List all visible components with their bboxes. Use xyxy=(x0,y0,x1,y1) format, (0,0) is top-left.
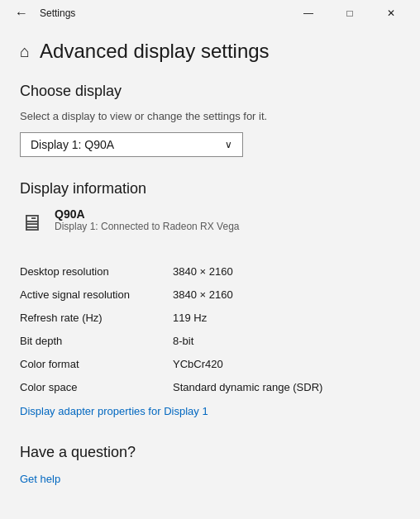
row-label: Desktop resolution xyxy=(20,260,173,283)
monitor-icon: 🖥 xyxy=(20,209,43,236)
table-row: Refresh rate (Hz)119 Hz xyxy=(20,306,400,329)
get-help-link[interactable]: Get help xyxy=(20,473,60,485)
choose-display-section: Choose display Select a display to view … xyxy=(20,83,400,157)
maximize-button[interactable]: □ xyxy=(331,0,369,26)
device-name: Q90A xyxy=(55,207,239,221)
page-header: ⌂ Advanced display settings xyxy=(20,26,400,83)
dropdown-value: Display 1: Q90A xyxy=(31,138,114,151)
choose-display-title: Choose display xyxy=(20,83,400,100)
row-label: Color format xyxy=(20,352,173,375)
main-content: ⌂ Advanced display settings Choose displ… xyxy=(0,26,420,519)
device-subtitle: Display 1: Connected to Radeon RX Vega xyxy=(55,221,239,232)
row-label: Refresh rate (Hz) xyxy=(20,306,173,329)
minimize-button[interactable]: — xyxy=(289,0,327,26)
row-label: Color space xyxy=(20,375,173,398)
have-question-section: Have a question? Get help xyxy=(20,444,400,485)
choose-display-subtitle: Select a display to view or change the s… xyxy=(20,110,400,122)
display-device: 🖥 Q90A Display 1: Connected to Radeon RX… xyxy=(20,207,400,245)
table-row: Color formatYCbCr420 xyxy=(20,352,400,375)
table-row: Bit depth8-bit xyxy=(20,329,400,352)
display-info-title: Display information xyxy=(20,180,400,198)
table-row: Color spaceStandard dynamic range (SDR) xyxy=(20,375,400,398)
row-label: Active signal resolution xyxy=(20,283,173,306)
row-label: Bit depth xyxy=(20,329,173,352)
display-dropdown[interactable]: Display 1: Q90A ∨ xyxy=(20,132,243,157)
display-info-section: Display information 🖥 Q90A Display 1: Co… xyxy=(20,180,400,417)
title-bar: ← Settings — □ ✕ xyxy=(0,0,420,26)
display-device-text: Q90A Display 1: Connected to Radeon RX V… xyxy=(55,207,239,232)
title-bar-controls: — □ ✕ xyxy=(289,0,410,26)
row-value: 119 Hz xyxy=(173,306,400,329)
adapter-link[interactable]: Display adapter properties for Display 1 xyxy=(20,405,208,417)
chevron-down-icon: ∨ xyxy=(225,139,232,150)
row-value: 3840 × 2160 xyxy=(173,260,400,283)
back-button[interactable]: ← xyxy=(10,4,33,22)
close-button[interactable]: ✕ xyxy=(372,0,410,26)
have-question-title: Have a question? xyxy=(20,444,400,461)
table-row: Desktop resolution3840 × 2160 xyxy=(20,260,400,283)
home-icon: ⌂ xyxy=(20,42,30,61)
title-bar-title: Settings xyxy=(40,7,75,19)
row-value: YCbCr420 xyxy=(173,352,400,375)
page-title: Advanced display settings xyxy=(40,40,270,63)
info-table: Desktop resolution3840 × 2160Active sign… xyxy=(20,260,400,398)
table-row: Active signal resolution3840 × 2160 xyxy=(20,283,400,306)
row-value: Standard dynamic range (SDR) xyxy=(173,375,400,398)
row-value: 8-bit xyxy=(173,329,400,352)
title-bar-left: ← Settings xyxy=(10,4,75,22)
row-value: 3840 × 2160 xyxy=(173,283,400,306)
